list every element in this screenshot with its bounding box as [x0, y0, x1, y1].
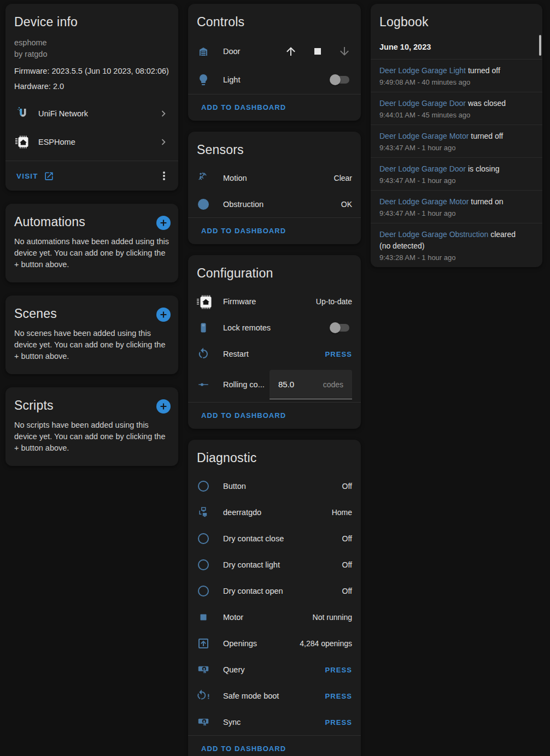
device-firmware-line: Firmware: 2023.5.5 (Jun 10 2023, 08:02:0…	[5, 60, 178, 75]
integration-row-esphome[interactable]: ESPHome	[5, 128, 178, 156]
diag-value: Not running	[313, 613, 352, 622]
config-label: Lock remotes	[223, 323, 331, 332]
diag-row-safe-mode-boot: Safe mode boot PRESS	[188, 683, 361, 709]
automations-title: Automations	[5, 204, 94, 235]
square-icon	[197, 611, 210, 624]
diag-label: Button	[223, 482, 342, 491]
sensor-label: Obstruction	[223, 200, 341, 209]
integration-label: UniFi Network	[38, 109, 157, 118]
diag-row-dry-contact-open[interactable]: Dry contact open Off	[188, 578, 361, 604]
diag-row-openings[interactable]: Openings 4,284 openings	[188, 630, 361, 657]
diag-row-dry-contact-light[interactable]: Dry contact light Off	[188, 552, 361, 578]
slider-icon	[197, 378, 210, 391]
sensors-add-to-dashboard[interactable]: ADD TO DASHBOARD	[188, 217, 361, 244]
diag-label: Query	[223, 665, 325, 674]
controls-add-to-dashboard[interactable]: ADD TO DASHBOARD	[188, 94, 361, 121]
arrow-up-box-icon	[197, 637, 210, 650]
control-label: Door	[223, 47, 277, 56]
add-script-button[interactable]	[156, 399, 171, 414]
sensor-row-obstruction[interactable]: Obstruction OK	[188, 191, 361, 217]
safe-mode-boot-press-button[interactable]: PRESS	[325, 692, 352, 700]
device-name: esphome	[5, 37, 178, 49]
diag-value: Off	[342, 587, 352, 595]
diag-row-deerratgdo[interactable]: deerratgdo Home	[188, 499, 361, 525]
config-label: Restart	[223, 350, 325, 358]
sensor-row-motion[interactable]: Motion Clear	[188, 165, 361, 191]
logbook-timestamp: 9:43:47 AM - 1 hour ago	[379, 209, 528, 217]
logbook-entry: Deer Lodge Garage Light turned off 9:49:…	[371, 59, 542, 92]
arrow-up-icon	[284, 45, 297, 58]
logbook-entity-link[interactable]: Deer Lodge Garage Door	[379, 99, 466, 108]
lightbulb-icon	[197, 73, 210, 86]
diag-row-button[interactable]: Button Off	[188, 473, 361, 499]
sync-press-button[interactable]: PRESS	[325, 718, 352, 727]
logbook-entity-link[interactable]: Deer Lodge Garage Motor	[379, 132, 469, 140]
chevron-right-icon	[157, 108, 169, 120]
plus-icon	[156, 308, 171, 322]
diag-row-motor[interactable]: Motor Not running	[188, 604, 361, 630]
integration-row-unifi[interactable]: UniFi Network	[5, 99, 178, 128]
add-automation-button[interactable]	[156, 216, 171, 230]
scripts-title: Scripts	[5, 387, 62, 418]
logbook-entity-link[interactable]: Deer Lodge Garage Light	[379, 66, 466, 75]
diag-label: Safe mode boot	[223, 692, 325, 700]
diag-label: deerratgdo	[223, 508, 332, 517]
cover-open-button[interactable]	[277, 38, 304, 64]
motion-sensor-icon	[197, 172, 210, 185]
configuration-card: Configuration Firmware Up-to	[188, 255, 361, 429]
logbook-entity-link[interactable]: Deer Lodge Garage Motor	[379, 197, 469, 206]
configuration-add-to-dashboard[interactable]: ADD TO DASHBOARD	[188, 402, 361, 429]
restart-icon	[197, 347, 210, 361]
esphome-logo	[14, 133, 32, 151]
cover-stop-button[interactable]	[304, 38, 331, 64]
query-press-button[interactable]: PRESS	[325, 666, 352, 674]
rolling-code-field[interactable]: codes	[270, 370, 352, 399]
cover-close-button[interactable]	[331, 38, 358, 64]
config-row-rolling-code: Rolling co... codes	[188, 367, 361, 402]
config-label: Firmware	[223, 297, 316, 306]
control-label: Light	[223, 75, 331, 84]
diag-value: Off	[342, 482, 352, 491]
config-row-firmware[interactable]: Firmware Up-to-date	[188, 288, 361, 315]
scenes-title: Scenes	[5, 296, 66, 327]
diag-label: Dry contact light	[223, 560, 342, 569]
lock-remotes-toggle[interactable]	[331, 324, 349, 332]
device-manufacturer: by ratgdo	[5, 49, 178, 60]
logbook-entity-link[interactable]: Deer Lodge Garage Obstruction	[379, 230, 488, 239]
rolling-code-input[interactable]	[278, 380, 311, 389]
config-label: Rolling co...	[223, 380, 270, 389]
diag-row-query: Query PRESS	[188, 657, 361, 683]
diag-row-dry-contact-close[interactable]: Dry contact close Off	[188, 525, 361, 552]
open-in-new-icon	[44, 171, 54, 181]
add-scene-button[interactable]	[156, 308, 171, 322]
config-row-restart: Restart PRESS	[188, 341, 361, 367]
more-options-button[interactable]	[157, 169, 171, 182]
diag-value: Off	[342, 534, 352, 543]
light-toggle[interactable]	[331, 76, 349, 84]
visit-button[interactable]: VISIT	[16, 171, 54, 181]
device-hardware-line: Hardware: 2.0	[5, 75, 178, 91]
diag-value: 4,284 openings	[300, 639, 352, 648]
garage-icon	[197, 45, 210, 58]
logbook-timestamp: 9:44:01 AM - 45 minutes ago	[379, 111, 528, 119]
diagnostic-add-to-dashboard[interactable]: ADD TO DASHBOARD	[188, 735, 361, 756]
restart-press-button[interactable]: PRESS	[325, 350, 352, 358]
integration-label: ESPHome	[38, 138, 157, 146]
diag-value: Off	[342, 560, 352, 569]
esphome-chip-icon	[197, 295, 214, 308]
logbook-scrollbar-thumb[interactable]	[539, 35, 541, 56]
check-circle-icon	[197, 198, 210, 211]
radiobox-blank-icon	[197, 480, 210, 493]
device-info-title: Device info	[5, 4, 178, 37]
gesture-tap-icon	[197, 663, 210, 676]
diag-label: Sync	[223, 718, 325, 727]
scenes-card: Scenes No scenes have been added using t…	[5, 296, 178, 374]
sensors-title: Sensors	[188, 132, 361, 165]
sensor-value: Clear	[334, 174, 352, 182]
chevron-right-icon	[157, 136, 169, 148]
logbook-event-text: was closed	[468, 99, 506, 108]
logbook-entity-link[interactable]: Deer Lodge Garage Door	[379, 164, 466, 173]
scripts-card: Scripts No scripts have been added using…	[5, 387, 178, 466]
config-value: Up-to-date	[316, 297, 352, 306]
logbook-timestamp: 9:43:47 AM - 1 hour ago	[379, 144, 528, 152]
